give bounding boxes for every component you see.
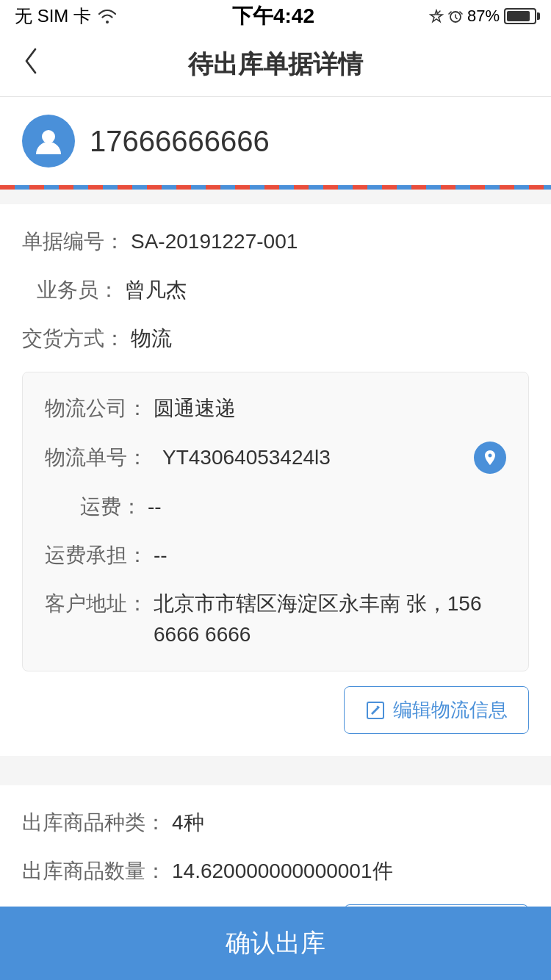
page-title: 待出库单据详情 [188, 48, 363, 82]
delivery-label: 交货方式： [22, 323, 131, 354]
status-bar: 无 SIM 卡 下午4:42 87% [0, 0, 551, 32]
address-label: 客户地址： [45, 588, 154, 619]
section-gap-1 [0, 756, 551, 771]
nav-bar: 待出库单据详情 [0, 32, 551, 97]
logistics-company-row: 物流公司： 圆通速递 [45, 393, 506, 424]
edit-logistics-container: 编辑物流信息 [22, 671, 529, 734]
goods-quantity-label: 出库商品数量： [22, 856, 172, 887]
logistics-company-label: 物流公司： [45, 393, 154, 424]
goods-quantity-value: 14.620000000000001件 [172, 856, 529, 887]
order-no-row: 单据编号： SA-20191227-001 [22, 226, 529, 257]
salesperson-row: 业务员： 曾凡杰 [22, 275, 529, 306]
customer-header: 17666666666 [0, 97, 551, 185]
goods-types-label: 出库商品种类： [22, 807, 172, 838]
customer-phone: 17666666666 [90, 125, 270, 158]
order-info-section: 单据编号： SA-20191227-001 业务员： 曾凡杰 交货方式： 物流 … [0, 204, 551, 756]
avatar [22, 115, 75, 167]
back-button[interactable] [15, 39, 47, 90]
goods-quantity-row: 出库商品数量： 14.620000000000001件 [22, 856, 529, 887]
status-carrier: 无 SIM 卡 [15, 4, 118, 28]
confirm-button[interactable]: 确认出库 [0, 907, 551, 980]
edit-icon [365, 700, 386, 721]
freight-value: -- [148, 491, 506, 522]
location-services-icon [429, 9, 444, 24]
order-no-label: 单据编号： [22, 226, 131, 257]
salesperson-label: 业务员： [22, 275, 125, 306]
svg-point-1 [42, 130, 55, 143]
track-location-button[interactable] [474, 442, 506, 474]
salesperson-value: 曾凡杰 [125, 275, 529, 306]
decorative-divider [0, 185, 551, 190]
logistics-card: 物流公司： 圆通速递 物流单号： YT43064053424l3 运费： -- … [22, 372, 529, 671]
address-row: 客户地址： 北京市市辖区海淀区永丰南 张，156 6666 6666 [45, 588, 506, 650]
status-right: 87% [429, 7, 536, 26]
status-time: 下午4:42 [232, 2, 314, 30]
map-pin-icon [481, 449, 499, 466]
confirm-label: 确认出库 [226, 926, 325, 960]
goods-types-row: 出库商品种类： 4种 [22, 807, 529, 838]
delivery-row: 交货方式： 物流 [22, 323, 529, 354]
freight-label: 运费： [45, 491, 148, 522]
freight-bearer-value: -- [154, 540, 506, 571]
tracking-no-value: YT43064053424l3 [162, 442, 465, 473]
freight-row: 运费： -- [45, 491, 506, 522]
battery-icon [504, 8, 536, 24]
user-icon [32, 125, 65, 157]
edit-logistics-button[interactable]: 编辑物流信息 [344, 686, 529, 734]
logistics-company-value: 圆通速递 [154, 393, 506, 424]
tracking-row: 物流单号： YT43064053424l3 [45, 442, 506, 474]
freight-bearer-row: 运费承担： -- [45, 540, 506, 571]
delivery-value: 物流 [131, 323, 529, 354]
freight-bearer-label: 运费承担： [45, 540, 154, 571]
goods-types-value: 4种 [172, 807, 529, 838]
wifi-icon [97, 8, 118, 24]
address-value: 北京市市辖区海淀区永丰南 张，156 6666 6666 [154, 588, 506, 650]
tracking-label: 物流单号： [45, 442, 154, 473]
alarm-icon [448, 9, 463, 24]
edit-logistics-label: 编辑物流信息 [393, 697, 508, 723]
order-no-value: SA-20191227-001 [131, 226, 529, 257]
